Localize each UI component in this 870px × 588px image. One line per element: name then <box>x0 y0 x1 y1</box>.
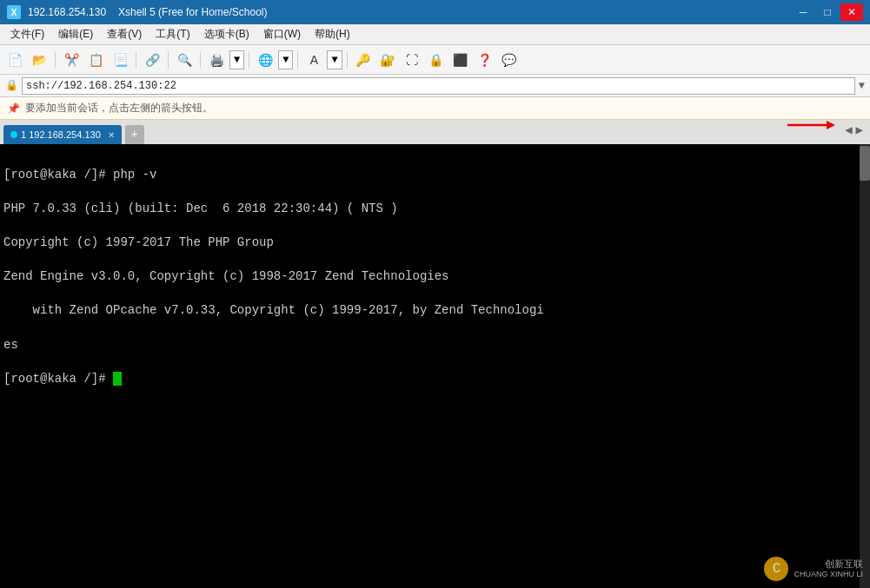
toolbar-sep5 <box>249 51 249 69</box>
title-bar-ip: 192.168.254.130 <box>28 6 106 18</box>
toolbar-font-dropdown[interactable]: ▼ <box>327 50 342 69</box>
toolbar-globe-dropdown[interactable]: ▼ <box>278 50 293 69</box>
toolbar-copy[interactable]: 📃 <box>109 49 131 71</box>
toolbar-sep3 <box>168 51 169 69</box>
terminal-line4: Zend Engine v3.0.0, Copyright (c) 1998-2… <box>3 269 448 283</box>
toolbar-chat[interactable]: 💬 <box>498 49 521 71</box>
terminal-line2: PHP 7.0.33 (cli) (built: Dec 6 2018 22:3… <box>3 202 398 215</box>
arrow-decoration <box>783 116 835 134</box>
menu-view[interactable]: 查看(V) <box>100 25 149 43</box>
app-icon: X <box>7 5 21 19</box>
terminal-line5: with Zend OPcache v7.0.33, Copyright (c)… <box>3 303 544 317</box>
terminal-wrapper: [root@kaka /]# php -v PHP 7.0.33 (cli) (… <box>0 144 870 588</box>
title-bar-left: X 192.168.254.130 Xshell 5 (Free for Hom… <box>7 5 268 19</box>
tab-close-icon[interactable]: ✕ <box>108 130 115 140</box>
address-arrow[interactable]: ▼ <box>859 80 865 92</box>
tab-prev-icon[interactable]: ◀ <box>845 122 852 137</box>
terminal-cursor <box>113 372 122 386</box>
title-bar-app: Xshell 5 (Free for Home/School) <box>118 6 267 18</box>
terminal-line6: es <box>3 338 18 352</box>
window-controls: ─ □ ✕ <box>792 3 863 21</box>
menu-file[interactable]: 文件(F) <box>3 25 51 43</box>
tab-next-icon[interactable]: ▶ <box>856 122 863 137</box>
toolbar-search[interactable]: 🔍 <box>173 49 196 71</box>
watermark-logo: C <box>764 557 788 581</box>
info-bar: 📌 要添加当前会话，点击左侧的箭头按钮。 <box>0 97 870 120</box>
toolbar: 📄 📂 ✂️ 📋 📃 🔗 🔍 🖨️ ▼ 🌐 ▼ A ▼ 🔑 🔐 ⛶ 🔒 ⬛ ❓ … <box>0 45 870 75</box>
tab-add-button[interactable]: + <box>125 125 144 144</box>
toolbar-print-dropdown[interactable]: ▼ <box>229 50 244 69</box>
toolbar-cut[interactable]: 📋 <box>84 49 107 71</box>
info-pin-icon: 📌 <box>7 102 20 115</box>
tab-session[interactable]: 1 192.168.254.130 ✕ <box>3 125 122 144</box>
watermark-text: 创新互联 CHUANG XINHU LI <box>794 558 863 580</box>
toolbar-new[interactable]: 📄 <box>3 49 26 71</box>
toolbar-paste[interactable]: ✂️ <box>60 49 83 71</box>
toolbar-sep2 <box>136 51 136 69</box>
toolbar-print[interactable]: 🖨️ <box>205 49 228 71</box>
watermark: C 创新互联 CHUANG XINHU LI <box>764 557 863 581</box>
maximize-button[interactable]: □ <box>816 3 839 21</box>
close-button[interactable]: ✕ <box>840 3 863 21</box>
toolbar-sep7 <box>347 51 348 69</box>
terminal[interactable]: [root@kaka /]# php -v PHP 7.0.33 (cli) (… <box>0 144 860 588</box>
toolbar-question[interactable]: ❓ <box>474 49 496 71</box>
toolbar-font[interactable]: A <box>302 49 325 71</box>
toolbar-open[interactable]: 📂 <box>28 49 50 71</box>
tab-dot <box>10 131 17 138</box>
toolbar-lock[interactable]: 🔐 <box>376 49 399 71</box>
tab-navigation: ◀ ▶ <box>845 122 863 137</box>
tab-label: 1 192.168.254.130 <box>21 129 101 140</box>
toolbar-key[interactable]: 🔑 <box>352 49 375 71</box>
lock-icon: 🔒 <box>5 79 18 92</box>
terminal-line3: Copyright (c) 1997-2017 The PHP Group <box>3 235 274 249</box>
address-input[interactable] <box>22 77 855 95</box>
tab-bar: 1 192.168.254.130 ✕ + ◀ ▶ <box>0 120 870 144</box>
toolbar-connect[interactable]: 🔗 <box>141 49 163 71</box>
terminal-scrollbar[interactable] <box>860 144 870 588</box>
menu-bar: 文件(F) 编辑(E) 查看(V) 工具(T) 选项卡(B) 窗口(W) 帮助(… <box>0 24 870 45</box>
toolbar-globe[interactable]: 🌐 <box>254 49 276 71</box>
toolbar-secure[interactable]: 🔒 <box>425 49 448 71</box>
menu-edit[interactable]: 编辑(E) <box>51 25 100 43</box>
info-text: 要添加当前会话，点击左侧的箭头按钮。 <box>25 101 213 116</box>
minimize-button[interactable]: ─ <box>792 3 814 21</box>
toolbar-sep6 <box>297 51 298 69</box>
menu-tools[interactable]: 工具(T) <box>149 25 196 43</box>
title-bar: X 192.168.254.130 Xshell 5 (Free for Hom… <box>0 0 870 24</box>
menu-help[interactable]: 帮助(H) <box>308 25 357 43</box>
toolbar-expand[interactable]: ⛶ <box>401 49 423 71</box>
address-bar: 🔒 ▼ <box>0 75 870 97</box>
terminal-line1: [root@kaka /]# php -v <box>3 168 156 182</box>
menu-tabs[interactable]: 选项卡(B) <box>197 25 256 43</box>
toolbar-sep1 <box>55 51 56 69</box>
toolbar-monitor[interactable]: ⬛ <box>449 49 472 71</box>
svg-marker-1 <box>827 121 835 129</box>
scrollbar-thumb[interactable] <box>860 146 870 181</box>
menu-window[interactable]: 窗口(W) <box>256 25 308 43</box>
terminal-line7: [root@kaka /]# <box>3 372 113 386</box>
toolbar-sep4 <box>200 51 201 69</box>
